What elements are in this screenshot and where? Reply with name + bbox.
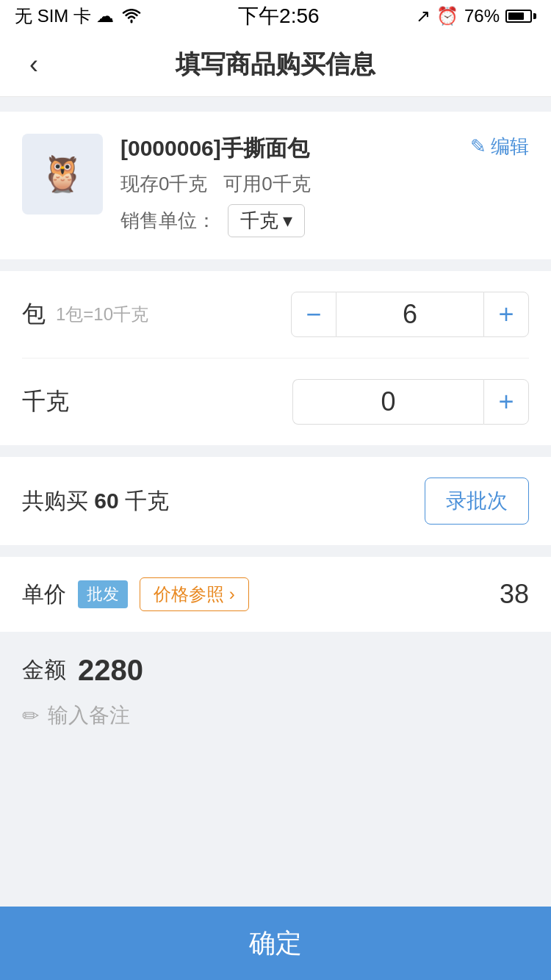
- back-button[interactable]: ‹: [22, 42, 46, 87]
- bag-minus-button[interactable]: −: [291, 292, 336, 337]
- product-info: [0000006]手撕面包 现存0千克 可用0千克 销售单位： 千克 ▾: [120, 134, 529, 237]
- pencil-icon: ✏: [22, 704, 39, 728]
- remark-label: 输入备注: [48, 702, 130, 729]
- kg-qty-input[interactable]: [292, 379, 483, 425]
- bag-quantity-row: 包 1包=10千克 − +: [22, 271, 529, 359]
- status-time: 下午2:56: [238, 2, 320, 30]
- page-title: 填写商品购买信息: [176, 48, 375, 82]
- kg-qty-control: +: [292, 379, 529, 425]
- status-left: 无 SIM 卡 ☁: [15, 4, 142, 28]
- amount-label: 金额: [22, 655, 66, 685]
- unit-select[interactable]: 千克 ▾: [228, 204, 305, 237]
- product-owl-icon: 🦉: [40, 154, 84, 195]
- chevron-down-icon: ▾: [283, 209, 292, 232]
- amount-value: 2280: [78, 654, 143, 687]
- product-name: [0000006]手撕面包: [120, 134, 529, 164]
- main-content: 🦉 [0000006]手撕面包 现存0千克 可用0千克 销售单位： 千克 ▾ ✎…: [0, 112, 551, 818]
- bag-qty-control: − +: [291, 292, 529, 337]
- status-bar: 无 SIM 卡 ☁ 下午2:56 ↗ ⏰ 76%: [0, 0, 551, 32]
- kg-quantity-row: 千克 +: [22, 359, 529, 445]
- kg-label: 千克: [22, 386, 69, 418]
- status-right: ↗ ⏰ 76%: [416, 6, 536, 26]
- alarm-icon: ⏰: [436, 6, 458, 26]
- bag-plus-button[interactable]: +: [483, 292, 529, 337]
- batch-button[interactable]: 录批次: [425, 478, 529, 525]
- bag-hint: 1包=10千克: [56, 303, 148, 326]
- wifi-icon: [121, 9, 142, 24]
- battery-icon: [505, 10, 536, 23]
- battery-percent: 76%: [464, 6, 500, 26]
- amount-row: 金额 2280: [22, 654, 529, 687]
- bag-label: 包 1包=10千克: [22, 298, 148, 331]
- bag-qty-input[interactable]: [336, 292, 483, 337]
- product-stock: 现存0千克 可用0千克: [120, 171, 529, 197]
- sim-label: 无 SIM 卡 ☁: [15, 4, 114, 28]
- price-value: 38: [500, 579, 529, 610]
- direction-icon: ↗: [416, 6, 431, 26]
- summary-section: 共购买 60 千克 录批次: [0, 457, 551, 545]
- nav-bar: ‹ 填写商品购买信息: [0, 32, 551, 97]
- quantity-section: 包 1包=10千克 − + 千克 +: [0, 271, 551, 445]
- product-unit-row: 销售单位： 千克 ▾: [120, 204, 529, 237]
- product-card: 🦉 [0000006]手撕面包 现存0千克 可用0千克 销售单位： 千克 ▾ ✎…: [0, 112, 551, 259]
- summary-text: 共购买 60 千克: [22, 486, 169, 516]
- price-section: 单价 批发 价格参照 › 38: [0, 557, 551, 632]
- kg-plus-button[interactable]: +: [483, 379, 529, 425]
- edit-button[interactable]: ✎ 编辑: [470, 134, 529, 159]
- price-reference-button[interactable]: 价格参照 ›: [140, 577, 249, 611]
- product-thumbnail: 🦉: [22, 134, 103, 215]
- remark-row[interactable]: ✏ 输入备注: [22, 702, 529, 729]
- price-left: 单价 批发 价格参照 ›: [22, 577, 249, 611]
- price-label: 单价: [22, 580, 66, 610]
- price-row: 单价 批发 价格参照 › 38: [22, 577, 529, 611]
- edit-icon: ✎: [470, 135, 486, 158]
- price-tag: 批发: [78, 580, 128, 608]
- confirm-button[interactable]: 确定: [0, 907, 551, 980]
- amount-section: 金额 2280 ✏ 输入备注: [0, 632, 551, 744]
